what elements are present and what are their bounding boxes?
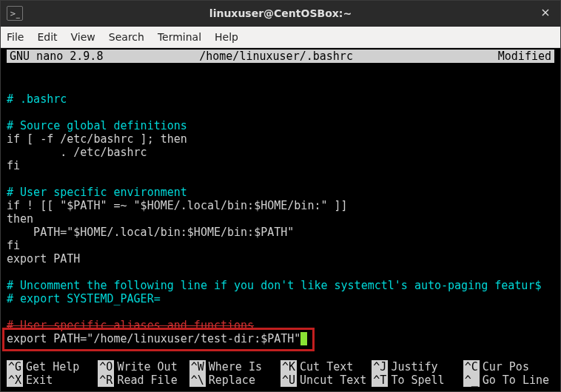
line-comment: # export SYSTEMD_PAGER= [7,292,161,305]
line: fi [7,239,20,252]
line: PATH="$HOME/.local/bin:$HOME/bin:$PATH" [7,226,294,239]
shortcut-read-file: ^RRead File [98,374,189,387]
line: . /etc/bashrc [7,146,147,159]
nano-app-name: GNU nano 2.9.8 [7,50,199,63]
shortcut-go-to-line: ^_Go To Line [463,374,554,387]
menu-search[interactable]: Search [109,31,144,43]
menu-terminal[interactable]: Terminal [158,31,201,43]
shortcut-cut-text: ^KCut Text [280,360,372,374]
terminal-window: >_ linuxuser@CentOSBox:~ × File Edit Vie… [0,0,561,392]
highlighted-line: export PATH="/home/linuxuser/test-dir:$P… [7,332,307,345]
nano-header: GNU nano 2.9.8 /home/linuxuser/.bashrc M… [7,50,554,63]
nano-status: Modified [443,50,554,63]
shortcut-cur-pos: ^CCur Pos [463,360,554,374]
menu-edit[interactable]: Edit [37,31,57,43]
line-comment: # Uncomment the following line if you do… [7,279,534,292]
shortcut-to-spell: ^TTo Spell [372,374,463,387]
shortcut-write-out: ^OWrite Out [98,360,189,374]
line: if ! [[ "$PATH" =~ "$HOME/.local/bin:$HO… [7,199,348,212]
nano-shortcuts: ^GGet Help ^OWrite Out ^WWhere Is ^KCut … [7,360,554,387]
cursor [300,332,307,345]
editor-content[interactable]: # .bashrc # Source global definitions if… [7,66,554,360]
terminal-area[interactable]: GNU nano 2.9.8 /home/linuxuser/.bashrc M… [1,48,560,391]
window-close-button[interactable]: × [538,5,553,20]
line-comment: # User specific environment [7,186,187,199]
shortcut-get-help: ^GGet Help [7,360,98,374]
shortcut-uncut-text: ^UUncut Text [280,374,372,387]
line: if [ -f /etc/bashrc ]; then [7,132,187,146]
line: fi [7,159,20,172]
line: export PATH="/home/linuxuser/test-dir:$P… [7,332,300,345]
menu-help[interactable]: Help [215,31,238,43]
line-struck: # User specific aliases and functions [7,319,254,332]
nano-file-path: /home/linuxuser/.bashrc [199,50,443,63]
line: export PATH [7,252,80,266]
shortcut-exit: ^XExit [7,374,98,387]
line-comment: # Source global definitions [7,119,187,132]
line-comment: # .bashrc [7,92,67,106]
menu-file[interactable]: File [7,31,24,43]
line-continuation-marker: $ [534,279,541,292]
shortcut-replace: ^\Replace [189,374,280,387]
window-titlebar: >_ linuxuser@CentOSBox:~ × [1,1,560,27]
terminal-icon: >_ [7,6,23,21]
shortcut-where-is: ^WWhere Is [189,360,280,374]
shortcut-justify: ^JJustify [372,360,463,374]
menu-view[interactable]: View [71,31,95,43]
menubar: File Edit View Search Terminal Help [1,27,560,48]
window-title: linuxuser@CentOSBox:~ [1,7,560,19]
line: then [7,212,33,226]
